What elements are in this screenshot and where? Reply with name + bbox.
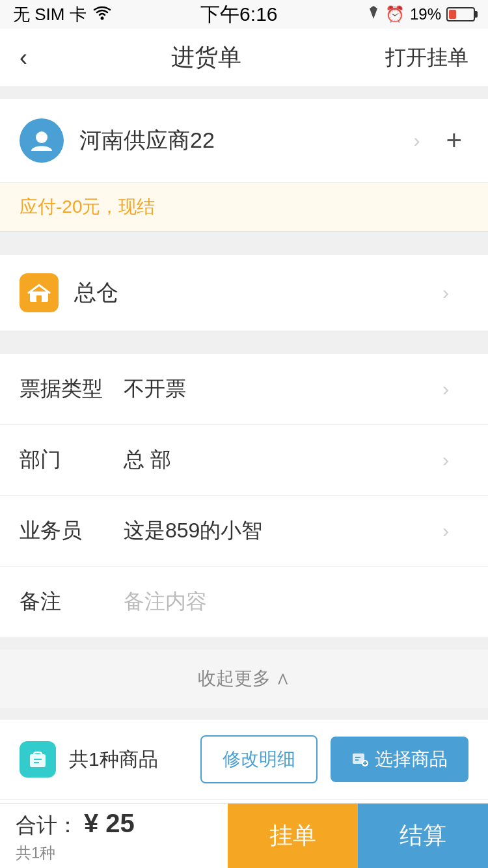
product-count-text: 共1种商品 (69, 746, 200, 773)
remark-input[interactable]: 备注内容 (124, 588, 468, 616)
form-row-staff[interactable]: 业务员 这是859的小智 › (0, 496, 488, 567)
status-left: 无 SIM 卡 (13, 3, 111, 26)
supplier-row[interactable]: 河南供应商22 › + (0, 99, 488, 183)
staff-value: 这是859的小智 (124, 517, 442, 545)
total-label: 合计： ¥ 25 (16, 809, 212, 840)
nav-bar: ‹ 进货单 打开挂单 (0, 29, 488, 87)
ticket-value: 不开票 (124, 375, 442, 403)
divider-1 (0, 87, 488, 99)
notice-banner: 应付-20元，现结 (0, 183, 488, 232)
total-sub: 共1种 (16, 843, 212, 863)
supplier-avatar (20, 118, 64, 163)
supplier-name: 河南供应商22 (79, 126, 413, 156)
divider-2 (0, 243, 488, 255)
main-content: 河南供应商22 › + 应付-20元，现结 总仓 › 票据类型 不开票 › (0, 87, 488, 868)
warehouse-row[interactable]: 总仓 › (0, 255, 488, 331)
battery-icon (446, 7, 475, 21)
divider-4 (0, 708, 488, 720)
back-button[interactable]: ‹ (20, 44, 27, 72)
staff-label: 业务员 (20, 517, 124, 545)
total-amount: ¥ 25 (84, 809, 135, 837)
checkout-button[interactable]: 结算 (358, 804, 488, 868)
svg-rect-4 (30, 754, 46, 767)
warehouse-chevron-icon: › (442, 282, 449, 304)
page-title: 进货单 (171, 42, 241, 74)
product-header: 共1种商品 修改明细 选择商品 (0, 720, 488, 799)
warehouse-icon (20, 273, 59, 312)
ticket-label: 票据类型 (20, 375, 124, 403)
carrier-label: 无 SIM 卡 (13, 3, 87, 26)
alarm-icon: ⏰ (385, 5, 405, 23)
wifi-icon (93, 5, 111, 25)
form-card: 票据类型 不开票 › 部门 总 部 › 业务员 这是859的小智 › 备注 备注… (0, 354, 488, 638)
product-count-icon (20, 741, 56, 778)
svg-rect-3 (36, 295, 42, 302)
total-section: 合计： ¥ 25 共1种 (0, 804, 228, 868)
thin-divider (0, 799, 488, 800)
warehouse-card: 总仓 › (0, 255, 488, 331)
status-time: 下午6:16 (200, 1, 277, 28)
dept-chevron-icon: › (442, 449, 449, 471)
status-right: ⏰ 19% (367, 5, 475, 24)
svg-point-1 (36, 131, 47, 143)
collapse-button[interactable]: 收起更多 ∧ (0, 649, 488, 708)
form-row-ticket[interactable]: 票据类型 不开票 › (0, 354, 488, 425)
location-icon (367, 5, 380, 24)
supplier-card: 河南供应商22 › + 应付-20元，现结 (0, 99, 488, 232)
ticket-chevron-icon: › (442, 378, 449, 400)
form-row-dept[interactable]: 部门 总 部 › (0, 425, 488, 496)
divider-3 (0, 342, 488, 354)
staff-chevron-icon: › (442, 520, 449, 542)
bottom-bar: 合计： ¥ 25 共1种 挂单 结算 (0, 803, 488, 868)
select-product-button[interactable]: 选择商品 (331, 737, 468, 782)
open-hang-button[interactable]: 打开挂单 (385, 44, 468, 72)
remark-label: 备注 (20, 588, 124, 616)
hang-button[interactable]: 挂单 (228, 804, 358, 868)
modify-detail-button[interactable]: 修改明细 (200, 735, 318, 783)
svg-point-0 (100, 16, 103, 20)
battery-percent: 19% (410, 5, 441, 23)
dept-value: 总 部 (124, 446, 442, 474)
add-button[interactable]: + (439, 125, 468, 156)
status-bar: 无 SIM 卡 下午6:16 ⏰ 19% (0, 0, 488, 29)
form-row-remark[interactable]: 备注 备注内容 (0, 567, 488, 638)
warehouse-name: 总仓 (74, 278, 442, 308)
dept-label: 部门 (20, 446, 124, 474)
select-product-label: 选择商品 (375, 747, 448, 772)
supplier-chevron-icon: › (413, 129, 420, 152)
